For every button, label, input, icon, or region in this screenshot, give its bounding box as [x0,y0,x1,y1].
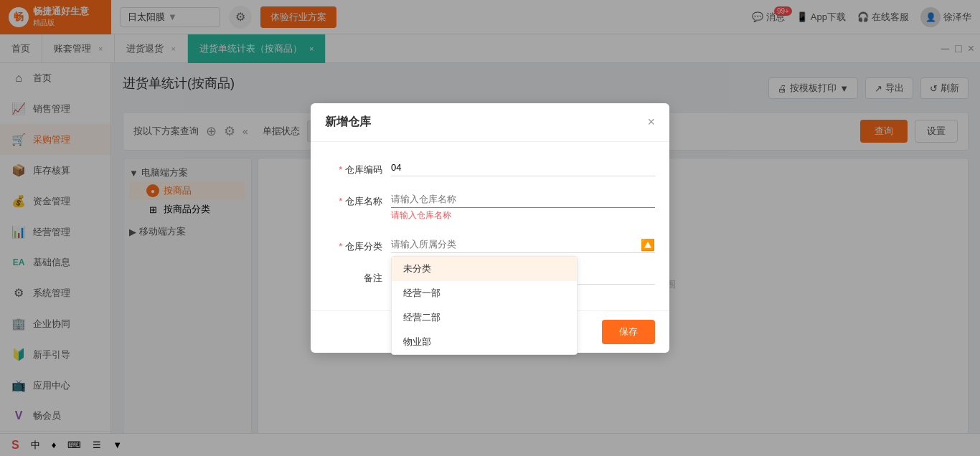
form-row-code: 仓库编码 [325,159,655,176]
category-input[interactable] [391,236,655,253]
modal-close-icon[interactable]: × [647,115,655,130]
name-label: 仓库名称 [325,191,382,208]
form-row-category: 仓库分类 🔼 未分类 经营一部 经营二部 物业部 [325,236,655,253]
save-button[interactable]: 保存 [602,320,655,344]
name-input-wrapper: 请输入仓库名称 [391,191,655,222]
category-dropdown: 未分类 经营一部 经营二部 物业部 [391,256,578,355]
code-input[interactable] [391,159,655,176]
category-select-wrapper: 🔼 未分类 经营一部 经营二部 物业部 [391,236,655,253]
form-row-name: 仓库名称 请输入仓库名称 [325,191,655,222]
name-input[interactable] [391,191,655,208]
category-label: 仓库分类 [325,236,382,253]
dropdown-option-1[interactable]: 经营一部 [392,281,577,305]
dropdown-option-2[interactable]: 经营二部 [392,305,577,330]
dropdown-option-3[interactable]: 物业部 [392,330,577,354]
code-label: 仓库编码 [325,159,382,176]
category-arrow-icon[interactable]: 🔼 [641,238,655,252]
note-label: 备注 [325,267,382,285]
add-warehouse-modal: 新增仓库 × 仓库编码 仓库名称 请输入仓库名称 仓库分类 🔼 [311,103,669,353]
code-input-wrapper [391,159,655,176]
modal-body: 仓库编码 仓库名称 请输入仓库名称 仓库分类 🔼 未分类 经营一部 [311,142,669,310]
name-error-msg: 请输入仓库名称 [391,209,655,222]
modal-header: 新增仓库 × [311,103,669,142]
modal-title: 新增仓库 [325,115,371,130]
dropdown-option-0[interactable]: 未分类 [392,257,577,281]
